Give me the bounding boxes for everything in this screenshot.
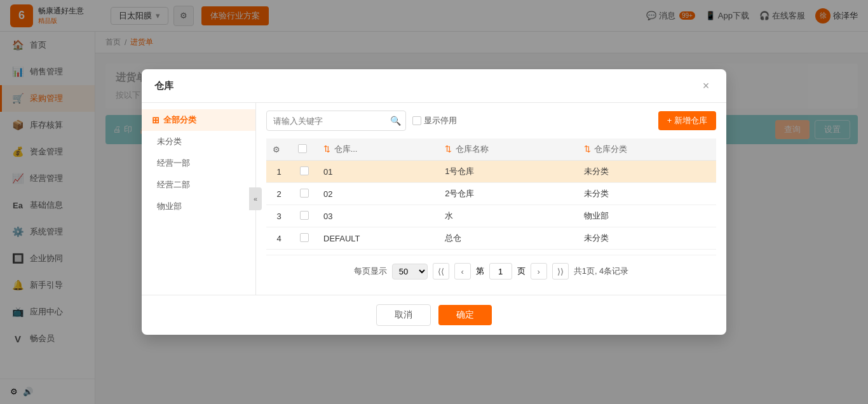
th-category: ⇅ 仓库分类 xyxy=(578,138,716,161)
cell-category: 物业部 xyxy=(578,205,716,227)
show-disabled-toggle[interactable]: 显示停用 xyxy=(412,115,457,126)
cell-name: 2号仓库 xyxy=(438,183,577,205)
next-page-btn[interactable]: › xyxy=(531,263,547,279)
cell-check[interactable] xyxy=(292,205,317,227)
category-ops1[interactable]: 经营一部 xyxy=(142,152,255,174)
modal-header: 仓库 × xyxy=(142,69,726,103)
table-row[interactable]: 2 02 2号仓库 未分类 xyxy=(266,183,716,205)
cell-name: 1号仓库 xyxy=(438,161,577,183)
category-unclassified[interactable]: 未分类 xyxy=(142,131,255,152)
select-all-checkbox[interactable] xyxy=(298,144,307,153)
first-page-btn[interactable]: ⟨⟨ xyxy=(433,263,449,279)
th-name: ⇅ 仓库名称 xyxy=(438,138,577,161)
cell-name: 水 xyxy=(438,205,577,227)
all-categories[interactable]: ⊞ 全部分类 xyxy=(142,109,255,131)
cell-code: 02 xyxy=(317,183,438,205)
sort-icon: ⇅ xyxy=(584,144,591,154)
cell-check[interactable] xyxy=(292,227,317,250)
pagination: 每页显示 50 100 200 ⟨⟨ ‹ 第 页 › xyxy=(266,255,716,287)
sort-icon: ⇅ xyxy=(445,144,452,154)
search-input[interactable] xyxy=(266,111,406,131)
show-disabled-checkbox[interactable] xyxy=(412,116,421,125)
table-row[interactable]: 4 DEFAULT 总仓 未分类 xyxy=(266,227,716,250)
cell-num: 1 xyxy=(266,161,292,183)
modal-body: ⊞ 全部分类 未分类 经营一部 经营二部 物业部 « xyxy=(142,103,726,295)
settings-col-icon: ⚙ xyxy=(273,145,280,154)
last-page-btn[interactable]: ⟩⟩ xyxy=(552,263,569,279)
cell-num: 4 xyxy=(266,227,292,250)
th-settings: ⚙ xyxy=(266,138,292,161)
grid-icon: ⊞ xyxy=(152,115,159,125)
close-icon[interactable]: × xyxy=(698,78,714,93)
table-wrapper: ⚙ ⇅ 仓库... xyxy=(266,138,716,250)
row-checkbox[interactable] xyxy=(300,189,309,198)
table-panel: 🔍 显示停用 + 新增仓库 xyxy=(256,103,726,295)
category-panel: ⊞ 全部分类 未分类 经营一部 经营二部 物业部 « xyxy=(142,103,256,295)
cell-category: 未分类 xyxy=(578,227,716,250)
table-body: 1 01 1号仓库 未分类 2 02 xyxy=(266,161,716,250)
warehouse-modal: 仓库 × ⊞ 全部分类 未分类 经营一部 经营二部 物业部 xyxy=(142,69,726,335)
table-toolbar: 🔍 显示停用 + 新增仓库 xyxy=(266,111,716,131)
prev-page-btn[interactable]: ‹ xyxy=(454,263,471,279)
cell-check[interactable] xyxy=(292,161,317,183)
cell-code: 03 xyxy=(317,205,438,227)
cell-category: 未分类 xyxy=(578,161,716,183)
cell-code: 01 xyxy=(317,161,438,183)
cell-category: 未分类 xyxy=(578,183,716,205)
category-property[interactable]: 物业部 xyxy=(142,196,255,217)
table-header-row: ⚙ ⇅ 仓库... xyxy=(266,138,716,161)
modal-overlay[interactable]: 仓库 × ⊞ 全部分类 未分类 经营一部 经营二部 物业部 xyxy=(0,0,868,404)
row-checkbox[interactable] xyxy=(300,233,309,242)
row-checkbox[interactable] xyxy=(300,166,309,175)
add-warehouse-button[interactable]: + 新增仓库 xyxy=(658,111,716,130)
th-code: ⇅ 仓库... xyxy=(317,138,438,161)
modal-footer: 取消 确定 xyxy=(142,295,726,335)
page-number-input[interactable] xyxy=(489,263,512,279)
table-row[interactable]: 1 01 1号仓库 未分类 xyxy=(266,161,716,183)
table-row[interactable]: 3 03 水 物业部 xyxy=(266,205,716,227)
cell-check[interactable] xyxy=(292,183,317,205)
cell-num: 2 xyxy=(266,183,292,205)
sort-icon: ⇅ xyxy=(323,144,330,154)
th-check xyxy=(292,138,317,161)
page-size-select[interactable]: 50 100 200 xyxy=(392,264,428,279)
cell-num: 3 xyxy=(266,205,292,227)
confirm-button[interactable]: 确定 xyxy=(438,305,492,325)
cell-code: DEFAULT xyxy=(317,227,438,250)
search-wrap: 🔍 xyxy=(266,111,406,131)
search-icon[interactable]: 🔍 xyxy=(390,116,401,126)
content-area: 首页 / 进货单 进货单 按以下 🖨 印 📤 导出 🔄 刷新 查询 设置 xyxy=(95,32,868,404)
cell-name: 总仓 xyxy=(438,227,577,250)
cancel-button[interactable]: 取消 xyxy=(376,304,431,326)
modal-title: 仓库 xyxy=(154,80,173,92)
category-ops2[interactable]: 经营二部 xyxy=(142,174,255,196)
panel-collapse-btn[interactable]: « xyxy=(249,187,262,210)
row-checkbox[interactable] xyxy=(300,211,309,220)
main-layout: 🏠 首页 📊 销售管理 🛒 采购管理 📦 库存核算 💰 资金管理 📈 经营管理 … xyxy=(0,32,868,404)
warehouse-table: ⚙ ⇅ 仓库... xyxy=(266,138,716,250)
